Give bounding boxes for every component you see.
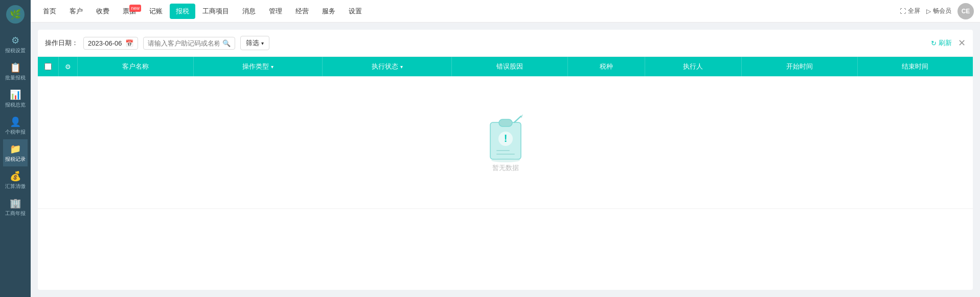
filter-icon-exec_status[interactable]: ▾ xyxy=(400,64,403,70)
video-icon: ▷ xyxy=(926,8,931,15)
th-op_type[interactable]: 操作类型 ▾ xyxy=(193,57,323,76)
nav-item-client[interactable]: 客户 xyxy=(63,4,89,19)
sidebar-item-geshu-shenbao[interactable]: 👤 个税申报 xyxy=(3,112,28,139)
select-all-checkbox[interactable] xyxy=(44,63,52,70)
nav-item-jizhang[interactable]: 记账 xyxy=(143,4,169,19)
nav-item-baoshui[interactable]: 报税 xyxy=(170,4,195,19)
th-label-executor: 执行人 xyxy=(683,62,703,70)
nav-label-xiaoxi: 消息 xyxy=(242,7,256,15)
nav-label-shezhi: 设置 xyxy=(349,7,362,15)
column-settings-icon[interactable]: ⚙ xyxy=(65,63,71,71)
huisuan-jiaona-label: 汇算清缴 xyxy=(5,183,26,189)
member-label: 畅会员 xyxy=(933,7,951,15)
baoshui-jilu-label: 报税记录 xyxy=(5,156,26,162)
data-table: ⚙客户名称操作类型 ▾执行状态 ▾错误股因税种执行人开始时间结束时间 xyxy=(38,57,973,209)
baoshui-zonglian-icon: 📊 xyxy=(10,89,21,100)
th-error_reason: 错误股因 xyxy=(452,57,568,76)
th-label-start_time: 开始时间 xyxy=(786,62,813,70)
gongshang-nianbao-label: 工商年报 xyxy=(5,210,26,217)
sidebar-item-piliang-baoshui[interactable]: 📋 批量报税 xyxy=(3,58,28,85)
gongshang-nianbao-icon: 🏢 xyxy=(10,198,21,209)
content-area: 操作日期： 2023-06-06 📅 🔍 筛选 ▾ ↻ 刷新 xyxy=(31,23,980,297)
th-label-end_time: 结束时间 xyxy=(902,62,928,70)
nav-items: 首页客户收费票据new记账报税工商项目消息管理经营服务设置 xyxy=(37,4,900,19)
th-settings[interactable]: ⚙ xyxy=(58,57,77,76)
baoshui-jilu-icon: 📁 xyxy=(10,143,21,155)
svg-marker-7 xyxy=(521,114,523,118)
table-body: ! xyxy=(38,76,973,209)
nav-label-home: 首页 xyxy=(43,7,56,15)
baoshui-shezhi-icon: ⚙ xyxy=(11,35,19,46)
fullscreen-button[interactable]: ⛶ 全屏 xyxy=(900,7,920,15)
nav-label-shoufei: 收费 xyxy=(96,7,109,15)
th-label-error_reason: 错误股因 xyxy=(496,62,523,70)
huisuan-jiaona-icon: 💰 xyxy=(10,171,21,182)
search-input[interactable] xyxy=(148,39,219,47)
th-label-op_type: 操作类型 xyxy=(242,62,269,70)
th-checkbox[interactable] xyxy=(38,57,58,76)
sidebar-item-baoshui-zonglian[interactable]: 📊 报税总览 xyxy=(3,85,28,112)
nav-label-jizhang: 记账 xyxy=(149,7,163,15)
nav-label-jingying: 经营 xyxy=(295,7,309,15)
search-icon: 🔍 xyxy=(222,39,231,47)
nav-item-shezhi[interactable]: 设置 xyxy=(343,4,368,19)
th-label-customer: 客户名称 xyxy=(122,62,149,70)
date-value: 2023-06-06 xyxy=(88,39,122,47)
th-end_time: 结束时间 xyxy=(857,57,973,76)
baoshui-zonglian-label: 报税总览 xyxy=(5,101,26,108)
th-start_time: 开始时间 xyxy=(741,57,857,76)
topnav-right: ⛶ 全屏 ▷ 畅会员 CE xyxy=(900,3,974,19)
search-box: 🔍 xyxy=(143,37,235,50)
empty-state: ! xyxy=(44,81,967,203)
refresh-button[interactable]: ↻ 刷新 xyxy=(931,38,952,48)
nav-item-gongshang[interactable]: 工商项目 xyxy=(196,4,235,19)
filter-icon-op_type[interactable]: ▾ xyxy=(271,64,274,70)
geshu-shenbao-label: 个税申报 xyxy=(5,129,26,135)
th-executor: 执行人 xyxy=(645,57,741,76)
svg-line-6 xyxy=(514,116,521,122)
sidebar: 🌿 ⚙ 报税设置 📋 批量报税 📊 报税总览 👤 个税申报 📁 报税记录 💰 汇… xyxy=(0,0,31,297)
sidebar-item-huisuan-jiaona[interactable]: 💰 汇算清缴 xyxy=(3,166,28,194)
table-header: ⚙客户名称操作类型 ▾执行状态 ▾错误股因税种执行人开始时间结束时间 xyxy=(38,57,973,76)
th-customer: 客户名称 xyxy=(77,57,193,76)
svg-point-10 xyxy=(491,158,520,162)
refresh-icon: ↻ xyxy=(931,39,937,47)
fullscreen-icon: ⛶ xyxy=(900,8,906,15)
date-picker[interactable]: 2023-06-06 📅 xyxy=(83,37,138,50)
nav-item-fuwu[interactable]: 服务 xyxy=(316,4,341,19)
svg-rect-3 xyxy=(499,119,512,126)
nav-item-xiaoxi[interactable]: 消息 xyxy=(236,4,262,19)
fullscreen-label: 全屏 xyxy=(908,7,920,15)
nav-badge-piaoju: new xyxy=(129,5,141,12)
nav-item-home[interactable]: 首页 xyxy=(37,4,62,19)
svg-text:!: ! xyxy=(504,133,507,144)
nav-item-shoufei[interactable]: 收费 xyxy=(90,4,116,19)
table-container: ⚙客户名称操作类型 ▾执行状态 ▾错误股因税种执行人开始时间结束时间 xyxy=(38,57,973,290)
nav-label-gongshang: 工商项目 xyxy=(202,7,229,15)
user-avatar[interactable]: CE xyxy=(958,3,974,19)
member-button[interactable]: ▷ 畅会员 xyxy=(926,7,951,15)
nav-label-fuwu: 服务 xyxy=(322,7,335,15)
refresh-label: 刷新 xyxy=(939,38,952,48)
nav-item-guanli[interactable]: 管理 xyxy=(263,4,288,19)
piliang-baoshui-label: 批量报税 xyxy=(5,74,26,81)
sidebar-item-baoshui-jilu[interactable]: 📁 报税记录 xyxy=(3,139,28,166)
nav-item-piaoju[interactable]: 票据new xyxy=(117,4,142,19)
content-panel: 操作日期： 2023-06-06 📅 🔍 筛选 ▾ ↻ 刷新 xyxy=(38,30,973,290)
logo[interactable]: 🌿 xyxy=(6,5,25,24)
toolbar-right: ↻ 刷新 ✕ xyxy=(931,38,966,48)
svg-text:🌿: 🌿 xyxy=(10,9,21,20)
close-button[interactable]: ✕ xyxy=(958,38,966,48)
sidebar-item-baoshui-shezhi[interactable]: ⚙ 报税设置 xyxy=(3,31,28,58)
date-label: 操作日期： xyxy=(45,38,78,48)
filter-button[interactable]: 筛选 ▾ xyxy=(240,36,269,50)
geshu-shenbao-icon: 👤 xyxy=(10,116,21,128)
baoshui-shezhi-label: 报税设置 xyxy=(5,47,26,54)
sidebar-item-gongshang-nianbao[interactable]: 🏢 工商年报 xyxy=(3,194,28,221)
empty-illustration: ! xyxy=(483,112,529,163)
th-tax_type: 税种 xyxy=(568,57,645,76)
user-initials: CE xyxy=(962,8,970,15)
nav-item-jingying[interactable]: 经营 xyxy=(289,4,315,19)
th-exec_status[interactable]: 执行状态 ▾ xyxy=(323,57,452,76)
chevron-down-icon: ▾ xyxy=(261,40,264,46)
